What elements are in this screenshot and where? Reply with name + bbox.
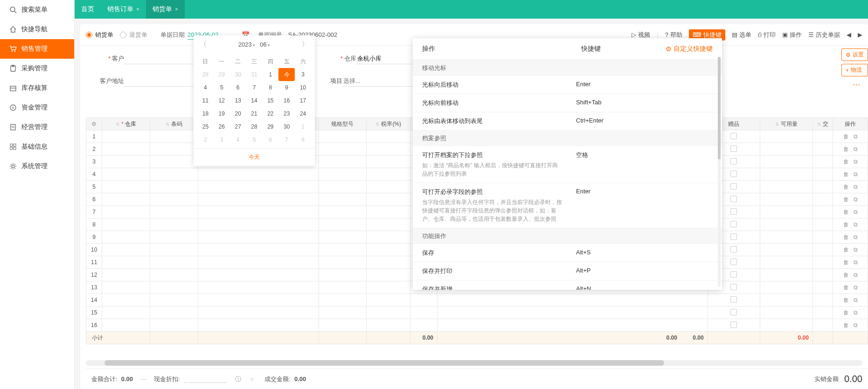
side-sales[interactable]: 销售管理 [0, 39, 74, 59]
copy-icon[interactable]: ⧉ [854, 158, 858, 165]
col-warehouse[interactable]: 仓库 [102, 118, 150, 130]
cal-day[interactable]: 6 [262, 133, 278, 146]
gift-checkbox[interactable] [730, 221, 737, 227]
cal-day[interactable]: 31 [246, 68, 263, 81]
cal-day[interactable]: 4 [230, 133, 246, 146]
cal-day[interactable]: 12 [214, 94, 230, 107]
radio-sales[interactable]: 销货单 [86, 31, 113, 39]
delete-icon[interactable]: 🗑 [843, 171, 849, 177]
prev-doc[interactable]: ◀ [847, 31, 851, 38]
tab-home[interactable]: 首页 [75, 0, 101, 19]
gift-checkbox[interactable] [730, 296, 737, 303]
panel-scrollbar[interactable] [718, 57, 721, 287]
delete-icon[interactable]: 🗑 [843, 196, 849, 203]
settings-button[interactable]: ⚙设置 [841, 48, 868, 61]
gift-checkbox[interactable] [730, 208, 737, 215]
cal-day[interactable]: 30 [230, 68, 246, 81]
copy-icon[interactable]: ⧉ [854, 171, 858, 177]
cal-day[interactable]: 2 [197, 133, 214, 146]
side-search[interactable]: 搜索菜单 [0, 0, 74, 20]
next-month[interactable]: 〉 [302, 40, 308, 48]
copy-icon[interactable]: ⧉ [854, 133, 858, 140]
side-funds[interactable]: ¥ 资金管理 [0, 98, 74, 117]
year-select[interactable]: 2023 [238, 41, 255, 48]
cal-day[interactable]: 13 [230, 94, 246, 107]
close-icon[interactable]: × [136, 6, 139, 13]
today-button[interactable]: 今天 [194, 148, 315, 166]
delete-icon[interactable]: 🗑 [843, 246, 849, 253]
copy-icon[interactable]: ⧉ [854, 209, 858, 215]
cal-day[interactable]: 今 [278, 68, 295, 81]
delete-icon[interactable]: 🗑 [843, 133, 849, 140]
custom-shortcut-link[interactable]: ⚙自定义快捷键 [666, 45, 713, 53]
cal-day[interactable]: 28 [197, 68, 214, 81]
delete-icon[interactable]: 🗑 [843, 284, 849, 291]
cal-day[interactable]: 27 [230, 120, 246, 133]
horizontal-scrollbar[interactable] [86, 360, 862, 366]
cal-day[interactable]: 17 [295, 94, 311, 107]
video-link[interactable]: ▷视频 [632, 31, 650, 39]
col-spec[interactable]: 规格型号 [319, 118, 367, 130]
tab-sales-invoice[interactable]: 销货单× [146, 0, 185, 19]
copy-icon[interactable]: ⧉ [854, 297, 858, 303]
copy-icon[interactable]: ⧉ [854, 146, 858, 152]
cal-day[interactable]: 10 [295, 81, 311, 94]
prev-month[interactable]: 〈 [200, 40, 207, 48]
gift-checkbox[interactable] [730, 309, 737, 315]
cal-day[interactable]: 24 [295, 107, 311, 120]
project-input[interactable] [342, 75, 417, 87]
close-icon[interactable]: × [175, 6, 178, 13]
info-icon[interactable]: ⓘ [235, 375, 241, 383]
cal-day[interactable]: 19 [214, 107, 230, 120]
tab-sales-order[interactable]: 销售订单× [101, 0, 146, 19]
delete-icon[interactable]: 🗑 [843, 297, 849, 303]
gift-checkbox[interactable] [730, 233, 737, 240]
gift-checkbox[interactable] [730, 271, 737, 278]
gift-checkbox[interactable] [730, 145, 737, 152]
cal-day[interactable]: 30 [278, 120, 295, 133]
col-barcode[interactable]: 条码 [150, 118, 198, 130]
gift-checkbox[interactable] [730, 321, 737, 328]
cal-day[interactable]: 15 [262, 94, 278, 107]
cal-day[interactable]: 1 [262, 68, 278, 81]
cal-day[interactable]: 20 [230, 107, 246, 120]
copy-icon[interactable]: ⧉ [854, 309, 858, 316]
gift-checkbox[interactable] [730, 259, 737, 265]
cal-day[interactable]: 7 [278, 133, 295, 146]
cal-day[interactable]: 3 [295, 68, 311, 81]
side-system[interactable]: 系统管理 [0, 157, 74, 176]
gift-checkbox[interactable] [730, 183, 737, 190]
delete-icon[interactable]: 🗑 [843, 221, 849, 228]
table-row[interactable]: 16 🗑⧉ [86, 319, 868, 332]
gift-checkbox[interactable] [730, 158, 737, 164]
gift-checkbox[interactable] [730, 284, 737, 290]
cal-day[interactable]: 22 [262, 107, 278, 120]
copy-icon[interactable]: ⧉ [854, 234, 858, 240]
gift-checkbox[interactable] [730, 246, 737, 253]
cashdisc-input[interactable] [184, 375, 226, 383]
copy-icon[interactable]: ⧉ [854, 284, 858, 291]
cal-day[interactable]: 23 [278, 107, 295, 120]
side-basic[interactable]: 基础信息 [0, 137, 74, 157]
delete-icon[interactable]: 🗑 [843, 322, 849, 328]
more-icon[interactable]: ⋯ [853, 80, 860, 89]
col-deliver[interactable]: 交 [812, 118, 833, 130]
cal-day[interactable]: 16 [278, 94, 295, 107]
cal-day[interactable]: 1 [295, 120, 311, 133]
cal-day[interactable]: 8 [262, 81, 278, 94]
table-row[interactable]: 15 🗑⧉ [86, 307, 868, 319]
copy-icon[interactable]: ⧉ [854, 221, 858, 228]
gift-checkbox[interactable] [730, 133, 737, 139]
cal-day[interactable]: 11 [197, 94, 214, 107]
copy-icon[interactable]: ⧉ [854, 196, 858, 203]
logistics-button[interactable]: +物流 [841, 64, 868, 76]
cal-day[interactable]: 28 [246, 120, 263, 133]
print-link[interactable]: ⎙打印 [758, 31, 776, 39]
history-link[interactable]: ☰历史单据 [808, 31, 840, 39]
gift-checkbox[interactable] [730, 171, 737, 177]
delete-icon[interactable]: 🗑 [843, 209, 849, 215]
cal-day[interactable]: 21 [246, 107, 263, 120]
cal-day[interactable]: 29 [262, 120, 278, 133]
cal-day[interactable]: 7 [246, 81, 263, 94]
delete-icon[interactable]: 🗑 [843, 259, 849, 266]
